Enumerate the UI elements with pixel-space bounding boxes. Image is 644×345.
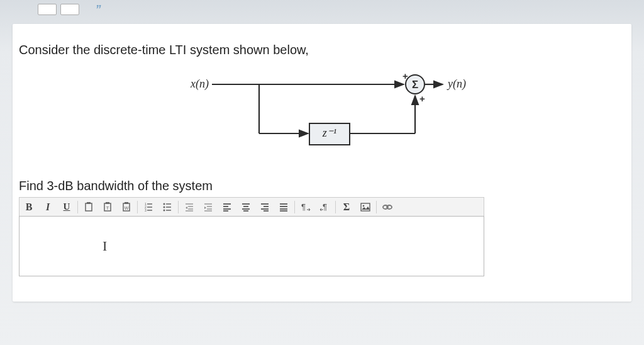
svg-point-25: [164, 209, 165, 211]
link-icon[interactable]: [378, 198, 397, 216]
paste-text-icon[interactable]: T: [98, 198, 117, 216]
unordered-list-icon[interactable]: [158, 198, 177, 216]
toolbar-separator: [294, 201, 295, 213]
toolbar-separator: [77, 201, 78, 213]
svg-text:¶: ¶: [323, 202, 327, 212]
svg-rect-7: [86, 203, 92, 211]
svg-point-23: [164, 206, 165, 208]
bold-button[interactable]: B: [19, 198, 38, 216]
align-right-icon[interactable]: [255, 198, 274, 216]
rtl-icon[interactable]: ¶: [315, 198, 334, 216]
equation-button[interactable]: Σ: [337, 198, 356, 216]
align-center-icon[interactable]: [236, 198, 255, 216]
align-left-icon[interactable]: [218, 198, 236, 216]
lti-system-svg: x(n) z⁻¹ Σ + + y(n): [171, 72, 473, 160]
quote-icon[interactable]: ”: [89, 3, 107, 16]
svg-rect-53: [361, 203, 370, 211]
svg-text:W: W: [125, 206, 129, 210]
indent-icon[interactable]: [199, 198, 218, 216]
diagram-output-label: y(n): [447, 77, 466, 91]
align-justify-icon[interactable]: [274, 198, 293, 216]
svg-rect-13: [125, 202, 128, 204]
question-prompt-text: Find 3-dB bandwidth of the system: [19, 179, 625, 193]
rich-text-toolbar: B I U T W 123: [19, 197, 484, 216]
diagram-sum-label: Σ: [412, 79, 418, 91]
svg-text:3: 3: [145, 208, 147, 212]
answer-content: I: [103, 238, 107, 254]
italic-button[interactable]: I: [38, 198, 57, 216]
svg-point-21: [164, 203, 165, 205]
top-controls-row: ”: [0, 0, 644, 18]
toolbar-separator: [137, 201, 138, 213]
toolbar-separator: [335, 201, 336, 213]
paste-word-icon[interactable]: W: [117, 198, 136, 216]
image-icon[interactable]: [356, 198, 375, 216]
svg-rect-10: [106, 202, 109, 204]
diagram-input-label: x(n): [190, 77, 209, 91]
svg-point-54: [363, 205, 365, 206]
underline-button[interactable]: U: [57, 198, 76, 216]
diagram-plus-top: +: [402, 72, 408, 81]
outdent-icon[interactable]: [180, 198, 199, 216]
paste-icon[interactable]: [79, 198, 98, 216]
ordered-list-icon[interactable]: 123: [139, 198, 158, 216]
svg-text:T: T: [106, 205, 109, 211]
svg-text:¶: ¶: [301, 202, 306, 212]
toolbar-separator: [178, 201, 179, 213]
top-control-box-1[interactable]: [38, 4, 57, 15]
system-diagram: x(n) z⁻¹ Σ + + y(n): [19, 69, 625, 176]
answer-textarea[interactable]: I: [19, 216, 484, 276]
ltr-icon[interactable]: ¶: [296, 198, 315, 216]
diagram-plus-bottom: +: [419, 93, 425, 104]
top-control-box-2[interactable]: [60, 4, 79, 15]
diagram-block-label: z⁻¹: [322, 127, 336, 139]
question-card: Consider the discrete-time LTI system sh…: [13, 24, 631, 302]
svg-rect-8: [87, 202, 91, 204]
toolbar-separator: [376, 201, 377, 213]
question-intro-text: Consider the discrete-time LTI system sh…: [19, 43, 625, 57]
